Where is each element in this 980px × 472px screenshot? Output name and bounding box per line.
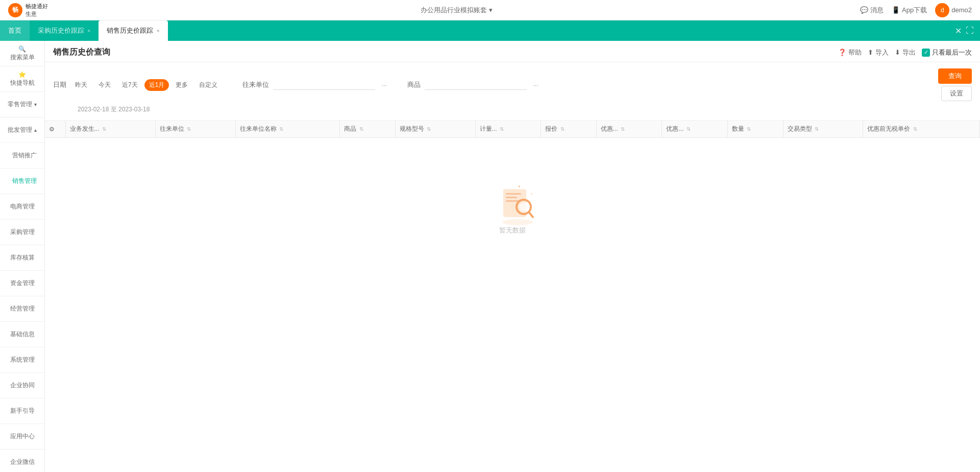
empty-state: ✦ ✦ 暂无数据 — [45, 138, 980, 276]
table-col-tax-free-price[interactable]: 优惠前无税单价 ⇅ — [863, 121, 980, 138]
table-col-spec[interactable]: 规格型号 ⇅ — [395, 121, 475, 138]
table-col-discount2[interactable]: 优惠... ⇅ — [662, 121, 728, 138]
search-menu-icon: 🔍 — [18, 45, 26, 53]
sort-icon-trade-type: ⇅ — [815, 126, 819, 132]
close-purchase-tab[interactable]: × — [87, 28, 90, 34]
user-action[interactable]: d demo2 — [935, 3, 972, 17]
sidebar-item-ecommerce[interactable]: 电商管理 — [0, 194, 44, 220]
sidebar-item-search-menu[interactable]: 🔍 搜索菜单 — [0, 41, 44, 66]
sidebar-item-finance[interactable]: 资金管理 — [0, 271, 44, 296]
sidebar-item-wecom[interactable]: 企业微信 — [0, 450, 44, 472]
main-layout: 🔍 搜索菜单 ⭐ 快捷导航 零售管理 ▾ 批发管理 ▴ 营销推广 销售管理 电商… — [0, 41, 980, 472]
date-btn-yesterday[interactable]: 昨天 — [70, 79, 92, 91]
date-btn-custom[interactable]: 自定义 — [194, 79, 222, 91]
sidebar-item-label-quick-nav: 快捷导航 — [10, 79, 35, 87]
sidebar-item-quick-nav[interactable]: ⭐ 快捷导航 — [0, 66, 44, 92]
product-filter-label: 商品 — [407, 80, 421, 89]
table-col-qty[interactable]: 数量 ⇅ — [728, 121, 783, 138]
settings-button[interactable]: 设置 — [941, 86, 972, 101]
table-col-gear[interactable]: ⚙ — [45, 121, 65, 138]
export-label: 导出 — [902, 48, 916, 57]
product-filter-item: 商品 ··· — [407, 80, 538, 90]
logo-text: 畅捷通好生意 — [26, 3, 53, 17]
close-sales-tab[interactable]: × — [156, 28, 159, 34]
tab-home-label: 首页 — [8, 26, 21, 35]
top-bar-left: 畅 畅捷通好生意 — [8, 3, 53, 17]
table-col-unit[interactable]: 计量... ⇅ — [475, 121, 541, 138]
partner-filter-input[interactable] — [273, 80, 375, 90]
sidebar-item-operations[interactable]: 经营管理 — [0, 296, 44, 322]
svg-text:✦: ✦ — [518, 184, 521, 189]
table-header: ⚙ 业务发生... ⇅ 往来单位 ⇅ 往来单位名称 ⇅ 商品 — [45, 121, 980, 138]
top-bar-right: 💬 消息 📱 App下载 d demo2 — [860, 3, 972, 17]
help-action[interactable]: ❓ 帮助 — [838, 48, 862, 57]
table-col-discount1[interactable]: 优惠... ⇅ — [596, 121, 662, 138]
sidebar-item-sales-mgmt[interactable]: 销售管理 — [0, 169, 44, 194]
sidebar-item-label-collab: 企业协同 — [10, 382, 35, 390]
sidebar-item-base-info[interactable]: 基础信息 — [0, 322, 44, 347]
import-action[interactable]: ⬆ 导入 — [868, 48, 889, 57]
product-filter-input[interactable] — [425, 80, 527, 90]
tab-sales-history[interactable]: 销售历史价跟踪 × — [99, 20, 167, 41]
top-bar: 畅 畅捷通好生意 办公用品行业模拟账套 ▾ 💬 消息 📱 App下载 d dem… — [0, 0, 980, 20]
sidebar-item-collab[interactable]: 企业协同 — [0, 373, 44, 398]
close-window-btn[interactable]: ✕ — [955, 26, 962, 36]
content-area: 销售历史价查询 ❓ 帮助 ⬆ 导入 ⬇ 导出 ✓ — [45, 41, 980, 472]
sidebar-item-marketing[interactable]: 营销推广 — [0, 143, 44, 169]
query-button[interactable]: 查询 — [938, 68, 972, 84]
sort-icon-partner-name: ⇅ — [279, 126, 283, 132]
page-actions: ❓ 帮助 ⬆ 导入 ⬇ 导出 ✓ 只看最后一次 — [838, 48, 972, 57]
sidebar-item-label-search-menu: 搜索菜单 — [10, 54, 35, 62]
only-last-checkbox-container[interactable]: ✓ 只看最后一次 — [922, 48, 972, 57]
logo-area: 畅 畅捷通好生意 — [8, 3, 53, 17]
svg-rect-4 — [506, 200, 519, 202]
sidebar-item-inventory[interactable]: 库存核算 — [0, 245, 44, 271]
sidebar-item-app-center[interactable]: 应用中心 — [0, 424, 44, 450]
quick-nav-icon: ⭐ — [18, 71, 26, 78]
page-header: 销售历史价查询 ❓ 帮助 ⬆ 导入 ⬇ 导出 ✓ — [45, 41, 980, 62]
date-btn-today[interactable]: 今天 — [94, 79, 115, 91]
sort-icon-product: ⇅ — [359, 126, 363, 132]
top-bar-center[interactable]: 办公用品行业模拟账套 ▾ — [421, 6, 493, 15]
product-filter-dots[interactable]: ··· — [533, 81, 538, 89]
table-col-product[interactable]: 商品 ⇅ — [340, 121, 396, 138]
partner-filter-label: 往来单位 — [242, 80, 269, 89]
date-range-display: 2023-02-18 至 2023-03-18 — [78, 105, 150, 114]
table-col-trade-type[interactable]: 交易类型 ⇅ — [783, 121, 863, 138]
sidebar-item-newbie[interactable]: 新手引导 — [0, 398, 44, 424]
date-btn-1month[interactable]: 近1月 — [144, 79, 169, 91]
table-col-biz-date[interactable]: 业务发生... ⇅ — [65, 121, 156, 138]
help-label: 帮助 — [848, 48, 862, 57]
date-btn-more[interactable]: 更多 — [171, 79, 192, 91]
app-download-action[interactable]: 📱 App下载 — [892, 6, 927, 15]
sort-icon-qty: ⇅ — [747, 126, 751, 132]
message-action[interactable]: 💬 消息 — [860, 6, 884, 15]
svg-point-6 — [519, 202, 528, 211]
app-download-label: App下载 — [902, 6, 927, 15]
table-container: ⚙ 业务发生... ⇅ 往来单位 ⇅ 往来单位名称 ⇅ 商品 — [45, 121, 980, 472]
sidebar-item-label-sales-mgmt: 销售管理 — [12, 177, 37, 185]
fullscreen-btn[interactable]: ⛶ — [966, 26, 974, 35]
table-col-partner-name[interactable]: 往来单位名称 ⇅ — [235, 121, 340, 138]
svg-point-0 — [502, 219, 533, 225]
date-btn-7days[interactable]: 近7天 — [117, 79, 142, 91]
only-last-checkbox[interactable]: ✓ — [922, 49, 930, 57]
tab-home[interactable]: 首页 — [0, 20, 30, 41]
sidebar-item-system[interactable]: 系统管理 — [0, 347, 44, 373]
sidebar-item-retail-mgmt[interactable]: 零售管理 ▾ — [0, 92, 44, 117]
sidebar-item-label-retail-mgmt: 零售管理 — [8, 101, 32, 109]
table-col-partner-id[interactable]: 往来单位 ⇅ — [156, 121, 236, 138]
sidebar: 🔍 搜索菜单 ⭐ 快捷导航 零售管理 ▾ 批发管理 ▴ 营销推广 销售管理 电商… — [0, 41, 45, 472]
date-filter-item: 日期 昨天 今天 近7天 近1月 更多 自定义 — [53, 79, 222, 91]
tab-bar: 首页 采购历史价跟踪 × 销售历史价跟踪 × ✕ ⛶ — [0, 20, 980, 41]
sidebar-item-purchase[interactable]: 采购管理 — [0, 220, 44, 245]
partner-filter-dots[interactable]: ··· — [381, 81, 387, 89]
export-action[interactable]: ⬇ 导出 — [895, 48, 916, 57]
logo-icon: 畅 — [8, 3, 22, 17]
industry-selector[interactable]: 办公用品行业模拟账套 ▾ — [421, 6, 493, 15]
partner-filter-item: 往来单位 ··· — [242, 80, 387, 90]
sidebar-item-label-wecom: 企业微信 — [10, 458, 35, 466]
table-col-quote[interactable]: 报价 ⇅ — [541, 121, 597, 138]
sidebar-item-wholesale-mgmt[interactable]: 批发管理 ▴ — [0, 117, 44, 143]
tab-purchase-history[interactable]: 采购历史价跟踪 × — [30, 20, 99, 41]
